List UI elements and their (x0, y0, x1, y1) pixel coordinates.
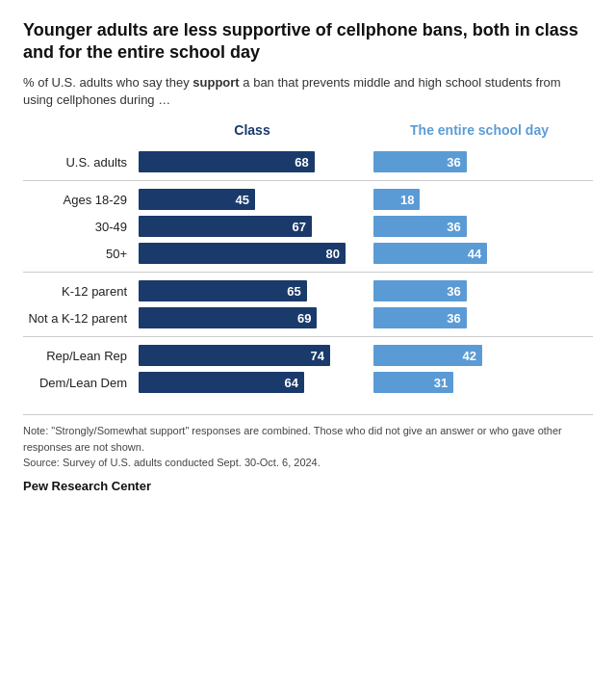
day-bar-col: 36 (373, 280, 593, 301)
day-bar-value: 18 (400, 193, 414, 207)
row-bars: 6536 (139, 280, 593, 301)
day-bar-value: 42 (462, 349, 475, 363)
row-label: U.S. adults (23, 155, 139, 170)
class-bar-col: 68 (139, 151, 358, 172)
day-bar: 42 (373, 345, 482, 366)
source-text: Source: Survey of U.S. adults conducted … (23, 457, 321, 468)
row-bars: 6836 (139, 151, 593, 172)
day-bar-value: 44 (468, 247, 481, 261)
day-bar: 31 (373, 372, 453, 393)
day-bar: 36 (373, 280, 467, 301)
row-label: Dem/Lean Dem (23, 376, 139, 390)
org-name: Pew Research Center (23, 477, 593, 496)
chart-title: Younger adults are less supportive of ce… (23, 19, 593, 65)
day-bar-col: 31 (373, 372, 593, 393)
class-bar-col: 67 (139, 216, 358, 237)
class-bar-value: 45 (235, 193, 248, 207)
table-row: Not a K-12 parent6936 (23, 307, 593, 328)
class-bar: 80 (139, 243, 346, 264)
table-row: K-12 parent6536 (23, 280, 593, 301)
row-label: K-12 parent (23, 284, 139, 299)
class-bar-value: 69 (297, 311, 311, 326)
day-bar-col: 36 (373, 151, 593, 172)
row-label: 50+ (23, 247, 139, 261)
table-row: 30-496736 (23, 216, 593, 237)
day-bar: 36 (373, 151, 467, 172)
row-bars: 7442 (139, 345, 593, 366)
class-bar-col: 65 (139, 280, 358, 301)
subtitle-pre: % of U.S. adults who say they (23, 75, 192, 90)
column-headers: Class The entire school day (23, 122, 593, 138)
day-bar: 44 (373, 243, 487, 264)
day-bar-col: 18 (373, 189, 593, 210)
day-bar-col: 36 (373, 307, 593, 328)
class-bar: 68 (139, 151, 315, 172)
class-bar: 67 (139, 216, 312, 237)
table-row: U.S. adults6836 (23, 151, 593, 172)
day-bar-value: 31 (434, 376, 448, 390)
day-bar-value: 36 (447, 220, 460, 234)
table-row: Dem/Lean Dem6431 (23, 372, 593, 393)
section-1: Ages 18-29451830-49673650+8044 (23, 180, 593, 272)
subtitle-bold: support (192, 75, 239, 90)
class-bar-col: 69 (139, 307, 358, 328)
table-row: Rep/Lean Rep7442 (23, 345, 593, 366)
day-bar: 36 (373, 307, 467, 328)
table-row: 50+8044 (23, 243, 593, 264)
day-bar-value: 36 (447, 284, 460, 299)
row-bars: 4518 (139, 189, 593, 210)
row-bars: 8044 (139, 243, 593, 264)
table-row: Ages 18-294518 (23, 189, 593, 210)
class-bar: 69 (139, 307, 317, 328)
class-bar-col: 74 (139, 345, 358, 366)
row-label: Ages 18-29 (23, 193, 139, 207)
note-text: Note: "Strongly/Somewhat support" respon… (23, 425, 562, 453)
class-bar-col: 80 (139, 243, 358, 264)
chart-area: Class The entire school day U.S. adults6… (23, 122, 593, 401)
row-label: Rep/Lean Rep (23, 349, 139, 363)
section-3: Rep/Lean Rep7442Dem/Lean Dem6431 (23, 336, 593, 401)
row-bars: 6936 (139, 307, 593, 328)
class-bar-value: 68 (295, 155, 308, 170)
class-bar-col: 64 (139, 372, 358, 393)
class-bar-col: 45 (139, 189, 358, 210)
row-bars: 6736 (139, 216, 593, 237)
day-bar-col: 44 (373, 243, 593, 264)
section-2: K-12 parent6536Not a K-12 parent6936 (23, 272, 593, 336)
day-bar: 18 (373, 189, 420, 210)
footer: Note: "Strongly/Somewhat support" respon… (23, 414, 593, 495)
day-bar: 36 (373, 216, 467, 237)
row-label: Not a K-12 parent (23, 311, 139, 326)
class-bar-value: 64 (285, 376, 298, 390)
school-day-column-header: The entire school day (366, 122, 593, 138)
section-0: U.S. adults6836 (23, 144, 593, 180)
class-bar-value: 67 (293, 220, 306, 234)
class-column-header: Class (139, 122, 366, 138)
class-bar: 74 (139, 345, 330, 366)
row-bars: 6431 (139, 372, 593, 393)
class-bar: 45 (139, 189, 255, 210)
chart-sections: U.S. adults6836Ages 18-29451830-49673650… (23, 144, 593, 401)
class-bar-value: 80 (326, 247, 340, 261)
row-label: 30-49 (23, 220, 139, 234)
class-bar-value: 65 (287, 284, 300, 299)
class-bar: 64 (139, 372, 304, 393)
chart-subtitle: % of U.S. adults who say they support a … (23, 74, 593, 109)
day-bar-value: 36 (447, 155, 460, 170)
class-bar-value: 74 (310, 349, 323, 363)
day-bar-col: 42 (373, 345, 593, 366)
class-bar: 65 (139, 280, 307, 301)
day-bar-value: 36 (447, 311, 460, 326)
day-bar-col: 36 (373, 216, 593, 237)
